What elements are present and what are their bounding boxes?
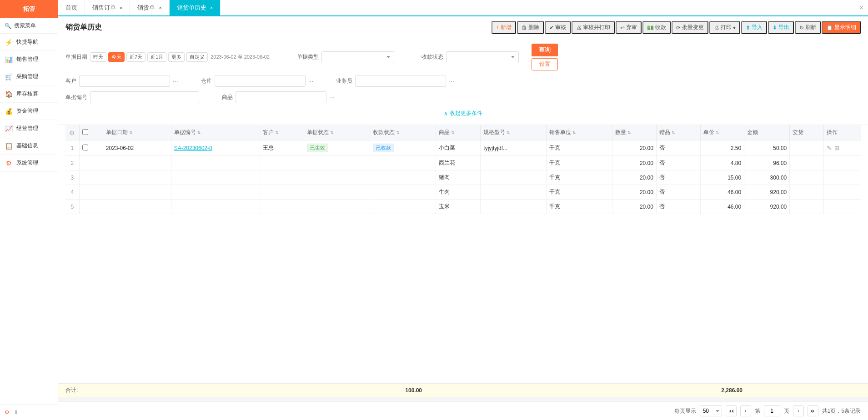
- audit-button[interactable]: ✔ 审核: [545, 21, 571, 34]
- sort-unit-icon: ⇅: [572, 130, 576, 135]
- th-unit[interactable]: 销售单位 ⇅: [547, 125, 612, 140]
- pay-status-select[interactable]: [446, 51, 519, 63]
- set-button[interactable]: 设置: [532, 58, 558, 70]
- new-button[interactable]: + 新增: [492, 21, 516, 34]
- date-btn-1month[interactable]: 近1月: [147, 52, 166, 62]
- staff-picker[interactable]: ···: [449, 77, 454, 85]
- sidebar-item-purchase-mgmt[interactable]: 🛒 采购管理: [0, 68, 58, 85]
- date-btn-more[interactable]: 更多: [168, 52, 185, 62]
- window-close-btn[interactable]: ✕: [859, 5, 868, 11]
- delete-icon: 🗑: [522, 25, 527, 31]
- detail-icon: 📋: [826, 25, 833, 31]
- page-next-btn[interactable]: ›: [793, 405, 804, 416]
- page-last-btn[interactable]: ⏭: [808, 405, 818, 416]
- th-gift[interactable]: 赠品 ⇅: [656, 125, 700, 140]
- th-customer[interactable]: 客户 ⇅: [260, 125, 304, 140]
- export-icon: ⬇: [773, 25, 777, 31]
- row-date-cell: [103, 185, 171, 200]
- import-icon: ⬆: [746, 25, 750, 31]
- query-button[interactable]: 查询: [532, 44, 558, 56]
- sidebar-item-sys-mgmt[interactable]: ⚙ 系统管理: [0, 155, 58, 172]
- table-scrollbar[interactable]: [58, 397, 868, 401]
- batch-change-button[interactable]: ⟳ 批量变更: [672, 21, 708, 34]
- collapse-sidebar-icon[interactable]: ⏸: [13, 409, 19, 415]
- goods-input[interactable]: [236, 91, 326, 103]
- row-unit-cell: 千克: [547, 185, 612, 200]
- collapse-filter-btn[interactable]: ∧ 收起更多条件: [65, 108, 861, 119]
- th-doc-num[interactable]: 单据编号 ⇅: [171, 125, 260, 140]
- export-button[interactable]: ⬇ 导出: [768, 21, 794, 34]
- row-checkbox-cell: [79, 156, 103, 170]
- row-customer-cell: [260, 200, 304, 214]
- page-size-select[interactable]: 50 20 100 200: [700, 405, 722, 416]
- show-detail-button[interactable]: 📋 显示明细: [822, 21, 861, 34]
- edit-icon[interactable]: ✎: [827, 145, 832, 151]
- refresh-button[interactable]: ↻ 刷新: [795, 21, 821, 34]
- tab-close-sales-order[interactable]: ×: [120, 5, 122, 10]
- page-first-btn[interactable]: ⏮: [726, 405, 737, 416]
- th-qty[interactable]: 数量 ⇅: [612, 125, 657, 140]
- gear-icon[interactable]: ⚙: [69, 129, 75, 136]
- abandon-button[interactable]: ↩ 弃审: [616, 21, 642, 34]
- tab-close-sales-goods[interactable]: ×: [159, 5, 161, 10]
- sidebar-item-base-info[interactable]: 📋 基础信息: [0, 137, 58, 155]
- doc-type-select[interactable]: [321, 51, 394, 63]
- row-spec-cell: [481, 200, 547, 214]
- staff-input[interactable]: [355, 75, 446, 87]
- warehouse-input[interactable]: [215, 75, 306, 87]
- row-gift-cell: 否: [656, 156, 700, 170]
- date-btn-7days[interactable]: 近7天: [126, 52, 146, 62]
- warehouse-picker[interactable]: ···: [308, 77, 314, 85]
- abandon-icon: ↩: [620, 25, 625, 31]
- sidebar-item-quick-nav[interactable]: ⚡ 快捷导航: [0, 34, 58, 51]
- date-btn-today[interactable]: 今天: [108, 52, 125, 62]
- customer-input[interactable]: [79, 75, 170, 87]
- th-pay-status[interactable]: 收款状态 ⇅: [370, 125, 436, 140]
- doc-num-link[interactable]: SA-20230602-0: [174, 145, 212, 151]
- date-btn-custom[interactable]: 自定义: [186, 52, 208, 62]
- row-checkbox[interactable]: [82, 145, 88, 150]
- th-date[interactable]: 单据日期 ⇅: [103, 125, 171, 140]
- row-unit-cell: 千克: [547, 170, 612, 185]
- sort-docstatus-icon: ⇅: [330, 130, 334, 135]
- sidebar-item-inventory[interactable]: 🏠 库存核算: [0, 85, 58, 103]
- delete-button[interactable]: 🗑 删除: [517, 21, 544, 34]
- tab-sales-history[interactable]: 销货单历史 ×: [170, 0, 221, 15]
- doc-num-input[interactable]: [90, 91, 199, 103]
- import-button[interactable]: ⬆ 导入: [741, 21, 767, 34]
- sidebar-search[interactable]: 🔍 搜索菜单: [0, 18, 58, 34]
- date-label: 单据日期: [65, 53, 87, 61]
- th-doc-status[interactable]: 单据状态 ⇅: [304, 125, 370, 140]
- page-prev-btn[interactable]: ‹: [740, 405, 751, 416]
- more-icon[interactable]: ⊞: [834, 145, 839, 151]
- table-row: 4 牛肉 千克 20.00 否 46.00 920.00: [65, 185, 861, 200]
- sidebar-item-sales-mgmt[interactable]: 📊 销售管理: [0, 51, 58, 68]
- tab-sales-goods[interactable]: 销货单 ×: [130, 0, 169, 15]
- staff-group: 业务员 ···: [336, 75, 454, 87]
- settings-bottom-icon[interactable]: ⚙: [5, 409, 10, 415]
- sidebar-item-finance[interactable]: 💰 资金管理: [0, 103, 58, 120]
- row-paystatus-cell: 已收款: [370, 140, 436, 156]
- collect-button[interactable]: 💵 收款: [642, 21, 671, 34]
- sidebar-item-operation[interactable]: 📈 经营管理: [0, 120, 58, 137]
- th-spec[interactable]: 规格型号 ⇅: [481, 125, 547, 140]
- th-goods[interactable]: 商品 ⇅: [436, 125, 481, 140]
- date-btn-yesterday[interactable]: 昨天: [90, 52, 106, 62]
- th-unit-price[interactable]: 单价 ⇅: [700, 125, 744, 140]
- customer-picker[interactable]: ···: [173, 77, 178, 85]
- goods-group: 商品 ···: [222, 91, 335, 103]
- goods-picker[interactable]: ···: [329, 94, 335, 101]
- select-all-checkbox[interactable]: [82, 129, 88, 135]
- tab-close-sales-history[interactable]: ×: [210, 5, 213, 10]
- tab-sales-order[interactable]: 销售订单 ×: [85, 0, 130, 15]
- warehouse-label: 仓库: [201, 77, 212, 85]
- tab-home[interactable]: 首页: [58, 0, 85, 15]
- collapse-icon: ∧: [444, 110, 448, 117]
- print-button[interactable]: 🖨 打印 ▾: [709, 21, 740, 34]
- row-qty-cell: 20.00: [612, 185, 657, 200]
- audit-print-button[interactable]: 🖨 审核并打印: [572, 21, 615, 34]
- total-info: 共1页，5条记录: [822, 407, 861, 415]
- page-input[interactable]: [764, 405, 780, 416]
- row-docnum-cell[interactable]: SA-20230602-0: [171, 140, 260, 156]
- th-gear[interactable]: ⚙: [65, 125, 79, 140]
